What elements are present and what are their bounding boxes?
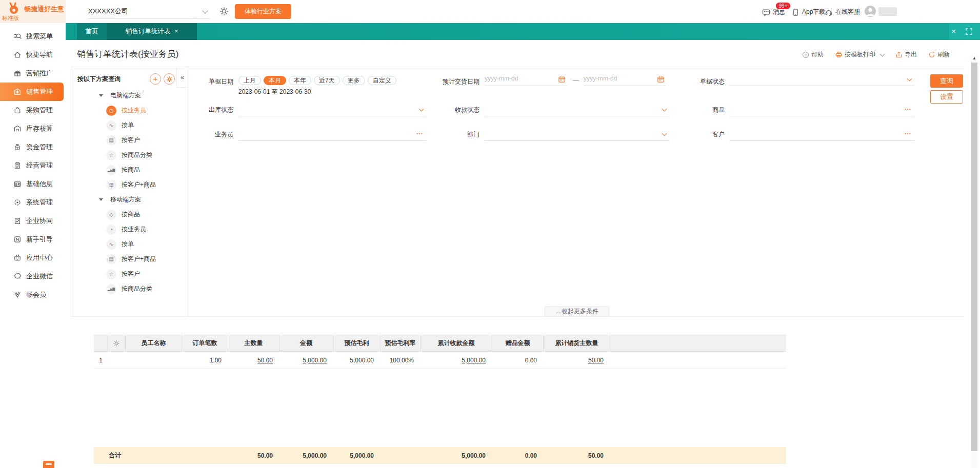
cell-qty-link[interactable]: 50.00	[257, 357, 273, 364]
settings-gear-icon[interactable]	[219, 7, 229, 16]
pill-last-7-days[interactable]: 近7天	[314, 76, 340, 85]
tree-item-m-by-customer[interactable]: ☆ 按客户	[72, 267, 188, 281]
header-received: 累计收款金额	[421, 335, 492, 351]
query-button[interactable]: 查询	[930, 74, 963, 88]
header-amount: 金额	[279, 335, 333, 351]
pill-last-month[interactable]: 上月	[238, 76, 261, 85]
bill-status-select[interactable]	[730, 73, 914, 86]
delivery-date-start-field	[485, 73, 567, 86]
delivery-date-start-input[interactable]	[485, 73, 546, 82]
message-count-badge: 99+	[775, 2, 791, 10]
bill-status-label: 单据状态	[689, 77, 725, 86]
department-select[interactable]	[485, 128, 669, 141]
calendar-icon[interactable]	[558, 75, 566, 83]
company-selector[interactable]: XXXXXX公司	[87, 4, 210, 19]
cell-received-link[interactable]: 5,000.00	[462, 357, 486, 364]
sidebar-item-base-info[interactable]: 基础信息	[0, 175, 66, 193]
tree-item-m-by-salesman[interactable]: ◔ 按业务员	[72, 222, 188, 237]
scrollbar-thumb[interactable]	[971, 63, 977, 451]
payment-status-select[interactable]	[485, 104, 669, 116]
app-download-button[interactable]: App下载	[792, 8, 825, 16]
goods-picker[interactable]: ...	[730, 104, 914, 116]
tree-item-label: 按商品分类	[122, 151, 152, 159]
tab-home[interactable]: 首页	[77, 23, 107, 40]
cell-amount-link[interactable]: 5,000.00	[303, 357, 327, 364]
pill-this-year[interactable]: 本年	[289, 76, 311, 85]
outbound-status-select[interactable]	[238, 104, 426, 116]
close-icon[interactable]: ×	[951, 27, 956, 36]
company-name: XXXXXX公司	[88, 7, 128, 16]
sidebar-nav: 搜索菜单 快捷导航 营销推广 销售管理 采购管理 库存核算 资金管理 经营管理	[0, 23, 66, 468]
tab-close-icon[interactable]: ×	[174, 28, 178, 35]
customer-picker[interactable]: ...	[730, 128, 914, 141]
sidebar-item-member[interactable]: 畅会员	[0, 286, 66, 304]
username-redacted	[878, 7, 897, 16]
trial-plan-button[interactable]: 体验行业方案	[235, 4, 291, 19]
pill-more[interactable]: 更多	[343, 76, 365, 85]
tree-group-pc[interactable]: 电脑端方案	[72, 88, 188, 103]
fullscreen-icon[interactable]	[965, 28, 973, 35]
tree-item-by-customer[interactable]: ▤ 按客户	[72, 133, 188, 148]
tree-item-by-order[interactable]: ∿ 按单	[72, 118, 188, 133]
cell-gift: 0.00	[492, 352, 544, 369]
sidebar-item-marketing[interactable]: 营销推广	[0, 64, 66, 83]
salesman-picker[interactable]: ...	[238, 128, 426, 141]
collapse-panel-icon[interactable]: «	[176, 67, 188, 88]
header-orders: 订单笔数	[182, 335, 228, 351]
tree-item-by-customer-goods[interactable]: ⊞ 按客户+商品	[72, 177, 188, 192]
tree-item-by-goods[interactable]: ▂▅▇ 按商品	[72, 162, 188, 177]
header-qty: 主数量	[228, 335, 279, 351]
sidebar-item-app-center[interactable]: 应用中心	[0, 249, 66, 267]
refresh-button[interactable]: 刷新	[928, 50, 950, 59]
sidebar-item-search-menu[interactable]: 搜索菜单	[0, 27, 66, 46]
calendar-icon[interactable]	[657, 75, 665, 83]
header-filler	[610, 335, 786, 351]
sidebar-item-wechat-work[interactable]: 企业微信	[0, 267, 66, 286]
column-settings-gear-icon[interactable]	[108, 335, 126, 351]
sidebar-item-inventory[interactable]: 库存核算	[0, 119, 66, 138]
cell-profit: 5,000.00	[333, 352, 381, 369]
sidebar-item-operations[interactable]: 经营管理	[0, 156, 66, 175]
add-scheme-icon[interactable]: +	[150, 73, 161, 85]
scroll-up-arrow-icon[interactable]: ▲	[971, 55, 978, 62]
pill-custom[interactable]: 自定义	[368, 76, 396, 85]
sidebar-item-system[interactable]: 系统管理	[0, 193, 66, 212]
sidebar-item-quick-nav[interactable]: 快捷导航	[0, 46, 66, 64]
cell-sold-qty-link[interactable]: 50.00	[588, 357, 604, 364]
tree-group-label: 电脑端方案	[110, 91, 141, 100]
tree-item-by-salesman-active[interactable]: ◷ 按业务员	[72, 103, 188, 118]
logo-block: 畅捷通好生意 标准版	[0, 0, 66, 23]
bill-date-label: 单据日期	[207, 77, 233, 86]
sidebar-item-collaboration[interactable]: 企业协同	[0, 212, 66, 230]
tree-item-m-by-goods-category[interactable]: ▂▅▇ 按商品分类	[72, 281, 188, 296]
svg-text:?: ?	[805, 52, 807, 57]
sidebar-item-purchase[interactable]: 采购管理	[0, 101, 66, 119]
avatar[interactable]	[865, 6, 876, 17]
date-quick-pills: 上月 本月 本年 近7天 更多 自定义	[238, 76, 396, 85]
settings-button[interactable]: 设置	[930, 90, 963, 104]
pill-this-month-active[interactable]: 本月	[264, 76, 286, 85]
header-employee: 员工名称	[126, 335, 182, 351]
chevron-down-icon	[907, 76, 912, 82]
total-amount: 5,000.00	[279, 447, 333, 464]
tree-item-by-goods-category[interactable]: ☆ 按商品分类	[72, 148, 188, 162]
sidebar-item-label: 应用中心	[26, 253, 53, 262]
tree-item-m-by-goods[interactable]: ◇ 按商品	[72, 207, 188, 222]
tab-sales-order-report[interactable]: 销售订单统计表×	[107, 23, 197, 40]
vip-v-icon	[13, 291, 22, 299]
floating-helper-icon[interactable]	[43, 461, 54, 468]
sidebar-item-beginner-guide[interactable]: 新手引导	[0, 230, 66, 249]
export-button[interactable]: 导出	[895, 50, 917, 59]
scheme-settings-icon[interactable]	[164, 73, 175, 85]
help-button[interactable]: ? 帮助	[802, 50, 824, 59]
tree-group-mobile[interactable]: 移动端方案	[72, 192, 188, 207]
home-icon	[13, 51, 22, 59]
tree-item-m-by-customer-goods[interactable]: ▤ 按客户+商品	[72, 252, 188, 267]
tree-item-m-by-order[interactable]: ∿ 按单	[72, 237, 188, 252]
print-by-template-button[interactable]: 按模板打印	[835, 50, 884, 59]
delivery-date-end-input[interactable]	[584, 73, 645, 82]
sidebar-item-funds[interactable]: 资金管理	[0, 138, 66, 156]
online-service-button[interactable]: 在线客服	[825, 8, 860, 16]
collapse-more-conditions-button[interactable]: 《收起更多条件	[545, 306, 609, 317]
sidebar-item-sales-active[interactable]: 销售管理	[0, 83, 64, 101]
